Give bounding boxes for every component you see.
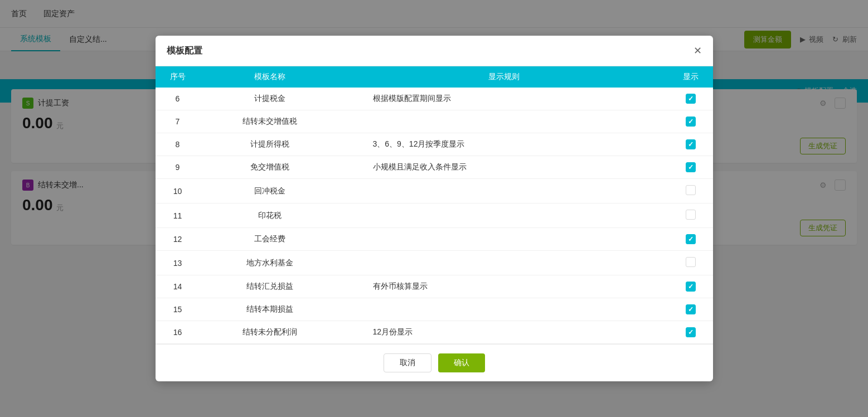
col-header-name: 模板名称: [200, 66, 340, 88]
cell-rule: 3、6、9、12月按季度显示: [340, 133, 668, 156]
cell-checkbox: [668, 251, 713, 275]
checkbox-row-16[interactable]: [686, 327, 696, 337]
cell-name: 结转未分配利润: [200, 321, 340, 344]
cell-rule: [340, 298, 668, 321]
table-row: 13地方水利基金: [156, 251, 713, 275]
checkbox-row-8[interactable]: [686, 139, 696, 149]
modal-body: 序号 模板名称 显示规则 显示 6计提税金根据模版配置期间显示7结转未交增值税8…: [156, 66, 713, 344]
checkbox-row-14[interactable]: [686, 282, 696, 292]
cell-checkbox: [668, 88, 713, 110]
table-row: 15结转本期损益: [156, 298, 713, 321]
modal-title: 模板配置: [167, 45, 202, 57]
table-header-row: 序号 模板名称 显示规则 显示: [156, 66, 713, 88]
table-row: 10回冲税金: [156, 179, 713, 203]
cell-rule: [340, 179, 668, 203]
cell-rule: [340, 203, 668, 228]
cell-name: 计提所得税: [200, 133, 340, 156]
cell-name: 印花税: [200, 203, 340, 228]
table-row: 8计提所得税3、6、9、12月按季度显示: [156, 133, 713, 156]
cell-rule: 有外币核算显示: [340, 275, 668, 298]
cell-id: 6: [156, 88, 200, 110]
modal-footer: 取消 确认: [156, 344, 713, 381]
cell-checkbox: [668, 298, 713, 321]
cell-id: 7: [156, 110, 200, 133]
cell-checkbox: [668, 156, 713, 179]
checkbox-row-6[interactable]: [686, 94, 696, 104]
table-row: 14结转汇兑损益有外币核算显示: [156, 275, 713, 298]
cell-id: 10: [156, 179, 200, 203]
cell-id: 12: [156, 228, 200, 251]
template-config-modal: 模板配置 ✕ 序号 模板名称 显示规则 显示 6计提税金根据模版配置期间显: [156, 36, 713, 381]
table-body: 6计提税金根据模版配置期间显示7结转未交增值税8计提所得税3、6、9、12月按季…: [156, 88, 713, 344]
cell-rule: [340, 110, 668, 133]
col-header-display: 显示: [668, 66, 713, 88]
cell-id: 11: [156, 203, 200, 228]
checkbox-row-9[interactable]: [686, 162, 696, 172]
checkbox-row-10[interactable]: [686, 185, 696, 195]
cell-checkbox: [668, 275, 713, 298]
cell-rule: 根据模版配置期间显示: [340, 88, 668, 110]
cell-rule: 小规模且满足收入条件显示: [340, 156, 668, 179]
cell-name: 结转本期损益: [200, 298, 340, 321]
cell-checkbox: [668, 133, 713, 156]
cell-name: 免交增值税: [200, 156, 340, 179]
cell-name: 结转汇兑损益: [200, 275, 340, 298]
cell-checkbox: [668, 321, 713, 344]
cell-id: 16: [156, 321, 200, 344]
cell-checkbox: [668, 228, 713, 251]
cell-rule: [340, 251, 668, 275]
col-header-id: 序号: [156, 66, 200, 88]
checkbox-row-7[interactable]: [686, 117, 696, 127]
cell-name: 工会经费: [200, 228, 340, 251]
cell-name: 计提税金: [200, 88, 340, 110]
table-scroll-container[interactable]: 序号 模板名称 显示规则 显示 6计提税金根据模版配置期间显示7结转未交增值税8…: [156, 66, 713, 344]
table-row: 16结转未分配利润12月份显示: [156, 321, 713, 344]
cell-id: 8: [156, 133, 200, 156]
cell-name: 回冲税金: [200, 179, 340, 203]
checkbox-row-12[interactable]: [686, 234, 696, 244]
cell-name: 地方水利基金: [200, 251, 340, 275]
checkbox-row-13[interactable]: [686, 257, 696, 267]
checkbox-row-15[interactable]: [686, 304, 696, 314]
checkbox-row-11[interactable]: [686, 210, 696, 220]
table-row: 12工会经费: [156, 228, 713, 251]
cell-rule: [340, 228, 668, 251]
cell-id: 15: [156, 298, 200, 321]
config-table: 序号 模板名称 显示规则 显示 6计提税金根据模版配置期间显示7结转未交增值税8…: [156, 66, 713, 344]
modal-close-button[interactable]: ✕: [694, 45, 702, 57]
table-row: 11印花税: [156, 203, 713, 228]
cell-checkbox: [668, 179, 713, 203]
table-row: 6计提税金根据模版配置期间显示: [156, 88, 713, 110]
table-row: 7结转未交增值税: [156, 110, 713, 133]
cell-checkbox: [668, 110, 713, 133]
modal-overlay: 模板配置 ✕ 序号 模板名称 显示规则 显示 6计提税金根据模版配置期间显: [0, 0, 868, 417]
cell-id: 13: [156, 251, 200, 275]
modal-header: 模板配置 ✕: [156, 36, 713, 66]
cell-name: 结转未交增值税: [200, 110, 340, 133]
cell-checkbox: [668, 203, 713, 228]
confirm-button[interactable]: 确认: [438, 353, 485, 372]
table-row: 9免交增值税小规模且满足收入条件显示: [156, 156, 713, 179]
cell-id: 14: [156, 275, 200, 298]
cell-id: 9: [156, 156, 200, 179]
cell-rule: 12月份显示: [340, 321, 668, 344]
col-header-rule: 显示规则: [340, 66, 668, 88]
cancel-button[interactable]: 取消: [384, 353, 431, 372]
